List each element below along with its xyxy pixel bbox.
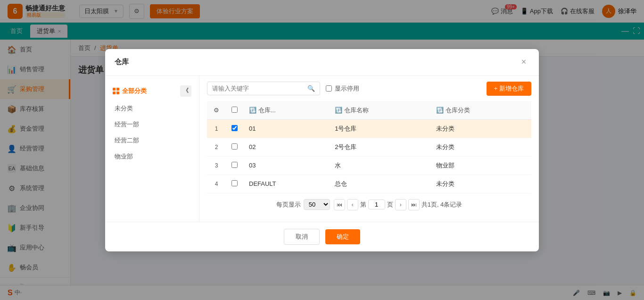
page-label: 第 (360, 200, 366, 209)
page-end-label: 页 (387, 200, 393, 209)
confirm-button[interactable]: 确定 (325, 229, 360, 244)
category-panel: 全部分类 《 未分类 经营一部 经营二部 物业部 (105, 76, 199, 222)
page-number-input[interactable] (368, 200, 385, 209)
table-container: ⚙ 🔃 仓库... 🔃 (207, 101, 531, 193)
row-category: 物业部 (430, 156, 531, 175)
category-all-label: 全部分类 (122, 87, 147, 95)
row-name: 总仓 (329, 175, 430, 193)
grid-icon (113, 88, 119, 94)
modal-body: 全部分类 《 未分类 经营一部 经营二部 物业部 🔍 (105, 76, 539, 222)
show-disabled-label: 显示停用 (335, 84, 359, 93)
table-panel: 🔍 显示停用 + 新增仓库 ⚙ (199, 76, 539, 222)
row-category: 未分类 (430, 175, 531, 193)
th-settings[interactable]: ⚙ (207, 101, 226, 120)
row-name: 1号仓库 (329, 119, 430, 138)
row-checkbox-cell[interactable] (226, 156, 243, 175)
select-all-checkbox[interactable] (231, 107, 238, 113)
th-code[interactable]: 🔃 仓库... (243, 101, 329, 120)
cancel-button[interactable]: 取消 (284, 229, 320, 245)
category-item-ops2[interactable]: 经营二部 (105, 133, 199, 149)
row-name: 2号仓库 (329, 138, 430, 156)
show-disabled-checkbox-area: 显示停用 (326, 84, 359, 93)
row-number-cell: 1 (207, 119, 226, 138)
row-code: 02 (243, 138, 329, 156)
category-item-ops1[interactable]: 经营一部 (105, 117, 199, 133)
table-header-row: ⚙ 🔃 仓库... 🔃 (207, 101, 531, 120)
category-collapse-button[interactable]: 《 (180, 85, 191, 97)
modal-title: 仓库 (115, 58, 129, 67)
row-number-cell: 3 (207, 156, 226, 175)
prev-page-button[interactable]: ‹ (347, 199, 358, 210)
search-bar: 🔍 显示停用 + 新增仓库 (207, 82, 531, 96)
th-checkbox (226, 101, 243, 120)
category-item-property[interactable]: 物业部 (105, 149, 199, 165)
warehouse-modal: 仓库 × 全部分类 《 未分类 经营一部 经营二部 (105, 49, 539, 251)
row-checkbox[interactable] (231, 143, 238, 150)
search-input[interactable] (212, 85, 305, 92)
th-category-label: 仓库分类 (446, 106, 470, 115)
sort-icon: 🔃 (249, 107, 256, 114)
th-category[interactable]: 🔃 仓库分类 (430, 101, 531, 120)
table-row[interactable]: 4 DEFAULT 总仓 未分类 (207, 175, 531, 193)
modal-overlay: 仓库 × 全部分类 《 未分类 经营一部 经营二部 (0, 0, 644, 300)
row-name: 水 (329, 156, 430, 175)
sort-category-icon: 🔃 (436, 107, 444, 114)
th-code-label: 仓库... (258, 106, 276, 115)
row-code: 01 (243, 119, 329, 138)
row-number-cell: 2 (207, 138, 226, 156)
row-checkbox-cell[interactable] (226, 119, 243, 138)
per-page-select[interactable]: 50 100 200 (304, 199, 330, 210)
warehouse-table: ⚙ 🔃 仓库... 🔃 (207, 101, 531, 193)
row-checkbox[interactable] (231, 125, 238, 131)
row-checkbox-cell[interactable] (226, 138, 243, 156)
row-code: DEFAULT (243, 175, 329, 193)
last-page-button[interactable]: ⏭ (408, 199, 420, 210)
next-page-button[interactable]: › (395, 199, 406, 210)
per-page-label: 每页显示 (276, 200, 301, 209)
pagination: 每页显示 50 100 200 ⏮ ‹ 第 页 › (207, 193, 531, 216)
table-row[interactable]: 2 02 2号仓库 未分类 (207, 138, 531, 156)
th-name-label: 仓库名称 (344, 106, 369, 115)
row-checkbox-cell[interactable] (226, 175, 243, 193)
row-category: 未分类 (430, 119, 531, 138)
page-nav: ⏮ ‹ 第 页 › ⏭ 共1页, 4条记录 (334, 199, 462, 210)
th-name[interactable]: 🔃 仓库名称 (329, 101, 430, 120)
modal-close-button[interactable]: × (518, 57, 529, 68)
add-warehouse-button[interactable]: + 新增仓库 (487, 82, 531, 96)
modal-footer: 取消 确定 (105, 222, 539, 251)
category-all[interactable]: 全部分类 《 (105, 82, 199, 100)
row-checkbox[interactable] (231, 180, 238, 186)
row-code: 03 (243, 156, 329, 175)
page-size-selector: 每页显示 50 100 200 (276, 199, 330, 210)
search-input-wrapper: 🔍 (207, 82, 320, 95)
row-category: 未分类 (430, 138, 531, 156)
table-row[interactable]: 1 01 1号仓库 未分类 (207, 119, 531, 138)
show-disabled-checkbox[interactable] (326, 85, 332, 92)
sort-name-icon: 🔃 (335, 107, 342, 114)
row-number-cell: 4 (207, 175, 226, 193)
category-item-unclassified[interactable]: 未分类 (105, 100, 199, 117)
first-page-button[interactable]: ⏮ (334, 199, 345, 210)
search-icon[interactable]: 🔍 (307, 85, 315, 92)
row-checkbox[interactable] (231, 162, 238, 168)
table-row[interactable]: 3 03 水 物业部 (207, 156, 531, 175)
total-label: 共1页, 4条记录 (421, 200, 462, 209)
modal-header: 仓库 × (105, 49, 539, 76)
